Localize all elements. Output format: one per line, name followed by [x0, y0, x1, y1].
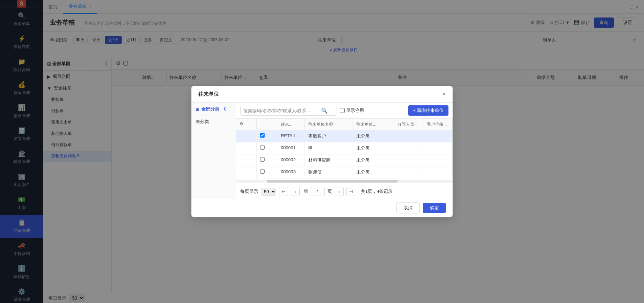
dialog-cat-uncategorized[interactable]: 未分类 — [191, 116, 236, 128]
counterparty-dialog: 往来单位 × ⊞ 全部分类 《 未分类 — [191, 86, 453, 217]
dialog-pagination: 每页显示 50 ⊢ ‹ 第 1 页 › ⊣ 共1页，4条记录 — [236, 184, 453, 199]
dialog-table-row[interactable]: 000001 甲 未分类 — [236, 142, 453, 154]
dtd-price-3 — [423, 154, 453, 166]
row1-checkbox[interactable] — [260, 133, 265, 138]
dialog-categories: ⊞ 全部分类 《 未分类 — [191, 103, 236, 199]
collapse-left-icon: 《 — [221, 106, 226, 112]
horizontal-scrollbar-thumb[interactable] — [267, 180, 398, 183]
dtd-code-2: 000001 — [277, 142, 305, 154]
horizontal-scrollbar[interactable] — [236, 180, 453, 183]
first-page-btn[interactable]: ⊢ — [279, 187, 288, 196]
dialog-header: 往来单位 × — [191, 86, 453, 103]
dtd-settings-3 — [236, 154, 257, 166]
dialog-close-btn[interactable]: × — [443, 91, 446, 97]
dtd-settings-1 — [236, 130, 257, 142]
row4-checkbox[interactable] — [260, 169, 265, 174]
dialog-search-input[interactable] — [243, 108, 319, 113]
dialog-table-row[interactable]: 000003 张师傅 未分类 — [236, 166, 453, 178]
dtd-category-1: 未分类 — [353, 130, 394, 142]
next-page-btn[interactable]: › — [335, 187, 344, 196]
dtd-name-1: 零散客户 — [305, 130, 353, 142]
dialog-table: ⚙ 往来... 往来单位名称 往来单位... — [236, 119, 453, 178]
dialog-toolbar: 🔍 显示停用 + 新增往来单位 — [236, 103, 453, 119]
dtd-name-3: 材料供应商 — [305, 154, 353, 166]
row3-checkbox[interactable] — [260, 157, 265, 162]
dialog-search-box[interactable]: 🔍 — [240, 106, 336, 116]
page-word-di: 第 — [304, 188, 308, 195]
show-disabled-label[interactable]: 显示停用 — [340, 107, 364, 114]
dtd-name-4: 张师傅 — [305, 166, 353, 178]
prev-page-btn[interactable]: ‹ — [291, 187, 300, 196]
dth-name: 往来单位名称 — [305, 119, 353, 130]
dth-price-level: 客户价格... — [423, 119, 453, 130]
dialog-body: ⊞ 全部分类 《 未分类 🔍 — [191, 103, 453, 199]
dtd-salesperson-1 — [394, 130, 423, 142]
dtd-price-1 — [423, 130, 453, 142]
dialog-table-row[interactable]: 000002 材料供应商 未分类 — [236, 154, 453, 166]
dtd-checkbox-1[interactable] — [257, 130, 277, 142]
dialog-table-row[interactable]: RETAIL_... 零散客户 未分类 — [236, 130, 453, 142]
cancel-btn[interactable]: 取消 — [396, 202, 420, 213]
dialog-cats-header[interactable]: ⊞ 全部分类 《 — [191, 103, 236, 116]
show-disabled-checkbox[interactable] — [340, 108, 345, 113]
new-counterparty-btn[interactable]: + 新增往来单位 — [408, 105, 448, 116]
dialog-right-content: 🔍 显示停用 + 新增往来单位 ⚙ — [236, 103, 453, 199]
dtd-checkbox-2[interactable] — [257, 142, 277, 154]
confirm-btn[interactable]: 确定 — [423, 203, 446, 213]
dtd-price-4 — [423, 166, 453, 178]
dth-checkbox — [257, 119, 277, 130]
dth-category: 往来单位... — [353, 119, 394, 130]
dtd-settings-2 — [236, 142, 257, 154]
last-page-btn[interactable]: ⊣ — [346, 187, 355, 196]
dtd-checkbox-4[interactable] — [257, 166, 277, 178]
dtd-name-2: 甲 — [305, 142, 353, 154]
dtd-salesperson-4 — [394, 166, 423, 178]
page-size-select[interactable]: 50 — [261, 188, 276, 196]
dtd-price-2 — [423, 142, 453, 154]
dtd-salesperson-2 — [394, 142, 423, 154]
dth-settings: ⚙ — [236, 119, 257, 130]
dth-code: 往来... — [277, 119, 305, 130]
search-icon: 🔍 — [321, 107, 328, 114]
dtd-code-1: RETAIL_... — [277, 130, 305, 142]
dth-salesperson: 分管人员 — [394, 119, 423, 130]
dialog-title: 往来单位 — [198, 91, 219, 97]
dtd-code-3: 000002 — [277, 154, 305, 166]
dialog-footer: 取消 确定 — [191, 199, 453, 217]
dtd-code-4: 000003 — [277, 166, 305, 178]
main-area: 首页 业务草稿 × ─ □ × 业务草稿 草稿转为正式单据时，不会执行满赠促销优… — [43, 0, 644, 303]
row2-checkbox[interactable] — [260, 145, 265, 150]
dtd-settings-4 — [236, 166, 257, 178]
dtd-checkbox-3[interactable] — [257, 154, 277, 166]
page-size-label: 每页显示 — [240, 188, 258, 195]
modal-overlay: 往来单位 × ⊞ 全部分类 《 未分类 — [43, 0, 644, 303]
dtd-salesperson-3 — [394, 154, 423, 166]
current-page-input[interactable]: 1 — [311, 187, 325, 196]
page-word: 页 — [327, 188, 332, 195]
dtd-category-4: 未分类 — [353, 166, 394, 178]
grid-icon-small: ⊞ — [196, 107, 199, 112]
dtd-category-3: 未分类 — [353, 154, 394, 166]
dtd-category-2: 未分类 — [353, 142, 394, 154]
dialog-table-header: ⚙ 往来... 往来单位名称 往来单位... — [236, 119, 453, 130]
total-text: 共1页，4条记录 — [361, 188, 392, 195]
